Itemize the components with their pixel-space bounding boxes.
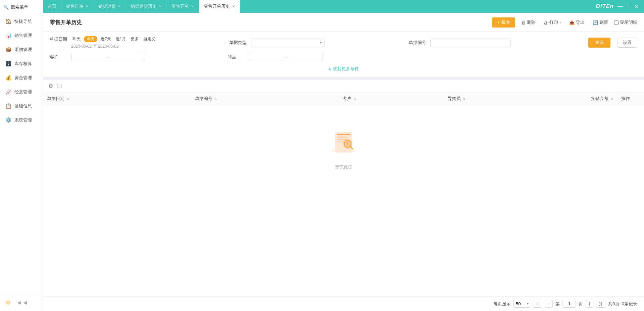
- sidebar-item-label-sales: 销售管理: [14, 33, 32, 39]
- tab-sales-order-label: 销售订单: [66, 3, 84, 9]
- sidebar-item-inventory[interactable]: 🗄️ 库存核算: [0, 57, 43, 71]
- order-no-label: 单据编号: [409, 40, 428, 46]
- window-max-icon[interactable]: □: [627, 3, 630, 9]
- date-options: 昨天 今天 近7天 近1月 更多 自定义: [71, 36, 157, 42]
- add-button[interactable]: + 新增: [492, 17, 515, 28]
- empty-state: 暂无数据: [43, 105, 644, 191]
- date-yesterday[interactable]: 昨天: [71, 36, 82, 42]
- tab-sales-order[interactable]: 销售订单 ✕: [61, 0, 94, 13]
- col-header-guide[interactable]: 导购员 ⇅: [444, 92, 570, 105]
- doc-type-select[interactable]: [251, 39, 325, 47]
- print-label: 打印: [549, 19, 558, 25]
- print-icon: 🖨: [544, 20, 548, 25]
- window-min-icon[interactable]: —: [617, 3, 623, 9]
- sidebar-item-quick-nav[interactable]: 🏠 快捷导航: [0, 14, 43, 29]
- filter-goods: 商品 ···: [228, 53, 399, 61]
- sidebar-item-finance[interactable]: 💰 资金管理: [0, 71, 43, 85]
- sidebar-item-label-inventory: 库存核算: [14, 61, 32, 67]
- ops-icon: 📈: [5, 89, 12, 95]
- date-1month[interactable]: 近1月: [114, 36, 128, 42]
- delete-icon: 🗑: [521, 20, 526, 25]
- page-prev-btn[interactable]: ⟨: [545, 300, 553, 308]
- filter-date: 单据日期 昨天 今天 近7天 近1月 更多 自定义 2023-06-02 至 2…: [50, 36, 222, 49]
- show-detail-checkbox[interactable]: 显示明细: [614, 19, 637, 25]
- total-info: 共0页, 0条记录: [608, 301, 637, 307]
- order-no-input[interactable]: [430, 39, 511, 47]
- tab-sales-return[interactable]: 销货退货 ✕: [94, 0, 126, 13]
- sidebar-item-label-finance: 资金管理: [14, 75, 32, 81]
- col-header-date[interactable]: 单据日期 ⇅: [43, 92, 191, 105]
- table-area: ⚙ 单据日期 ⇅ 单据编号 ⇅: [43, 80, 644, 311]
- refresh-icon: 🔄: [593, 20, 598, 25]
- col-header-amount[interactable]: 实销金额 ⇅: [570, 92, 617, 105]
- svg-rect-2: [337, 134, 350, 135]
- sort-orderno-icon: ⇅: [214, 97, 217, 101]
- page-next-btn[interactable]: ⟩: [586, 300, 593, 308]
- date-today[interactable]: 今天: [84, 36, 97, 42]
- query-button[interactable]: 查询: [588, 38, 610, 48]
- sidebar-item-purchase-mgmt[interactable]: 📦 采购管理: [0, 43, 43, 57]
- sidebar-item-operations[interactable]: 📈 经营管理: [0, 85, 43, 99]
- table-settings-icon[interactable]: ⚙: [48, 83, 53, 89]
- print-button[interactable]: 🖨 打印 ▾: [542, 18, 563, 27]
- sidebar-item-sales-mgmt[interactable]: 📊 销售管理: [0, 29, 43, 43]
- col-header-order-no[interactable]: 单据编号 ⇅: [191, 92, 339, 105]
- doc-type-select-wrapper: [251, 39, 325, 47]
- content-area: 零售开单历史 + 新增 🗑 删除 🖨 打印 ▾ 📤 导出: [43, 13, 644, 311]
- page-unit: 页: [579, 301, 583, 307]
- page-last-btn[interactable]: ⟩⟩: [596, 300, 605, 308]
- customer-select-btn[interactable]: ···: [71, 53, 145, 61]
- customer-label: 客户: [50, 54, 68, 60]
- filter-row-1: 单据日期 昨天 今天 近7天 近1月 更多 自定义 2023-06-02 至 2…: [50, 36, 637, 49]
- collapse-icon[interactable]: ◄◄: [16, 299, 28, 306]
- delete-button[interactable]: 🗑 删除: [519, 18, 538, 27]
- top-navigation: 首页 销售订单 ✕ 销货退货 ✕ 销货退货历史 ✕ 零售开单 ✕ 零售开单历史 …: [43, 0, 644, 13]
- tab-retail-open[interactable]: 零售开单 ✕: [167, 0, 199, 13]
- tab-home[interactable]: 首页: [43, 0, 61, 13]
- date-7days[interactable]: 近7天: [99, 36, 112, 42]
- export-button[interactable]: 📤 导出: [567, 18, 587, 27]
- print-dropdown-icon: ▾: [559, 21, 561, 24]
- tab-sales-return-history[interactable]: 销货退货历史 ✕: [126, 0, 167, 13]
- date-range-display: 2023-06-02 至 2023-06-02: [71, 44, 118, 49]
- sort-date-icon: ⇅: [66, 97, 69, 101]
- filter-customer: 客户 ···: [50, 53, 221, 61]
- empty-text: 暂无数据: [335, 164, 352, 170]
- gear-icon: ⚙️: [5, 117, 12, 123]
- page-title-row: 零售开单历史 + 新增 🗑 删除 🖨 打印 ▾ 📤 导出: [50, 17, 637, 28]
- refresh-label: 刷新: [599, 19, 608, 25]
- collapse-button[interactable]: ∧ 收起更多条件: [328, 64, 359, 73]
- select-all-checkbox[interactable]: [57, 84, 61, 88]
- settings-button[interactable]: 设置: [617, 38, 637, 48]
- close-tab-retail-open-history[interactable]: ✕: [232, 4, 235, 9]
- page-first-btn[interactable]: ⟨⟨: [533, 300, 542, 308]
- col-header-customer[interactable]: 客户 ⇅: [339, 92, 444, 105]
- page-size-select[interactable]: 10 20 50 100: [513, 300, 530, 308]
- sidebar-item-label-purchase: 采购管理: [14, 47, 32, 53]
- sidebar-search[interactable]: 🔍 搜索菜单: [0, 0, 43, 14]
- sort-amount-icon: ⇅: [610, 97, 613, 101]
- window-close-icon[interactable]: ✕: [634, 3, 639, 10]
- data-table: 单据日期 ⇅ 单据编号 ⇅ 客户 ⇅: [43, 92, 644, 105]
- tab-retail-open-history[interactable]: 零售开单历史 ✕: [199, 0, 240, 13]
- show-detail-input[interactable]: [614, 20, 618, 25]
- tab-sales-return-history-label: 销货退货历史: [131, 3, 157, 9]
- sidebar-item-basic-info[interactable]: 📋 基础信息: [0, 99, 43, 113]
- page-input[interactable]: 1: [562, 300, 576, 308]
- filter-row-2: 客户 ··· 商品 ···: [50, 53, 637, 61]
- date-custom[interactable]: 自定义: [142, 36, 157, 42]
- close-tab-sales-return-history[interactable]: ✕: [159, 4, 162, 9]
- date-more[interactable]: 更多: [129, 36, 140, 42]
- sidebar-item-sys-mgmt[interactable]: ⚙️ 系统管理: [0, 113, 43, 127]
- close-tab-retail-open[interactable]: ✕: [191, 4, 194, 9]
- goods-label: 商品: [228, 54, 246, 60]
- close-tab-sales-order[interactable]: ✕: [86, 4, 89, 9]
- sort-guide-icon: ⇅: [463, 97, 465, 101]
- close-tab-sales-return[interactable]: ✕: [118, 4, 121, 9]
- page-size-wrapper: 10 20 50 100: [513, 300, 530, 308]
- refresh-button[interactable]: 🔄 刷新: [591, 18, 610, 27]
- chevron-up-icon: ∧: [328, 66, 332, 71]
- settings-icon[interactable]: ⚙: [5, 299, 11, 306]
- goods-select-btn[interactable]: ···: [249, 53, 323, 61]
- search-icon: 🔍: [3, 5, 9, 10]
